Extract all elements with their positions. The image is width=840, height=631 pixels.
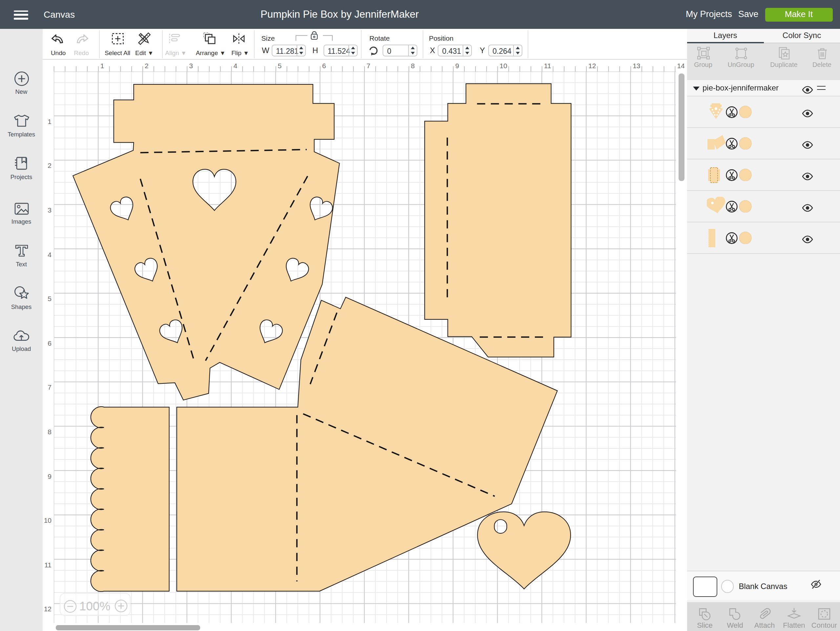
svg-text:100%: 100%: [79, 599, 111, 613]
